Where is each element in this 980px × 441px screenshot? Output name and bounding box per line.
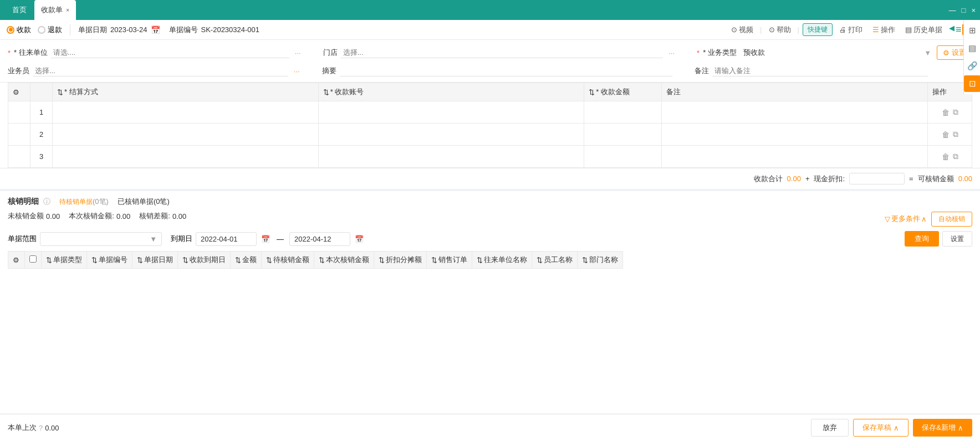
copy-icon[interactable]: ⧉ — [953, 107, 958, 117]
shop-input[interactable] — [341, 47, 663, 58]
radio-refund[interactable]: 退款 — [38, 25, 62, 35]
remark-cell[interactable] — [662, 101, 928, 124]
tab-active[interactable]: 收款单 × — [34, 0, 76, 20]
counterparty-input[interactable] — [51, 47, 289, 58]
sidebar-table-icon[interactable]: ⊞ — [964, 22, 980, 39]
draft-btn[interactable]: 保存草稿 ∧ — [853, 419, 908, 437]
table-gear-icon[interactable]: ⚙ — [8, 83, 30, 101]
sidebar-clip-icon[interactable]: 🔗 — [964, 58, 980, 74]
sidebar-image-icon[interactable]: ▤ — [964, 40, 980, 57]
settle-method-cell[interactable] — [53, 124, 319, 146]
amount-input[interactable] — [584, 101, 661, 123]
amount-input[interactable] — [584, 146, 661, 167]
pending-tab[interactable]: 待核销单据(0笔) — [59, 197, 109, 207]
sidebar-screen-icon[interactable]: ⊡ — [964, 75, 980, 92]
radio-receive[interactable]: 收款 — [7, 25, 31, 35]
settings-btn[interactable]: 设置 — [942, 231, 972, 247]
form-area: * * 往来单位 ··· 门店 ··· * * 业务类型 预收款 — [0, 40, 980, 83]
remark-input[interactable] — [662, 146, 927, 167]
counterparty-more-icon[interactable]: ··· — [295, 49, 301, 57]
draft-label: 保存草稿 — [862, 423, 891, 433]
account-input[interactable] — [319, 124, 584, 145]
account-cell[interactable] — [318, 146, 584, 168]
staff-input[interactable] — [33, 65, 288, 76]
copy-icon[interactable]: ⧉ — [953, 152, 958, 161]
settle-method-input[interactable] — [53, 101, 318, 123]
remark-input[interactable] — [662, 124, 927, 145]
biz-type-dropdown-icon[interactable]: ▼ — [924, 49, 931, 57]
remark-input[interactable] — [712, 65, 928, 76]
done-tab[interactable]: 已核销单据(0笔) — [118, 197, 170, 207]
save-new-btn[interactable]: 保存&新增 ∧ — [913, 419, 972, 437]
duedate-end-input[interactable] — [289, 232, 350, 246]
calendar-icon[interactable]: 📅 — [151, 25, 160, 34]
shop-more-icon[interactable]: ··· — [668, 49, 675, 57]
settle-method-input[interactable] — [53, 124, 318, 145]
th-bottom-0: ⇅单据类型 — [42, 252, 87, 269]
remark-cell[interactable] — [662, 146, 928, 168]
ques-icon[interactable]: ? — [39, 424, 43, 432]
duedate-start-input[interactable] — [196, 232, 257, 246]
tab-active-label: 收款单 — [41, 5, 63, 15]
date-separator: — — [277, 235, 284, 243]
prev-value: 0.00 — [45, 424, 59, 432]
current-value: 0.00 — [116, 212, 130, 221]
amount-cell[interactable] — [584, 101, 662, 124]
settle-method-input[interactable] — [53, 146, 318, 167]
copy-icon[interactable]: ⧉ — [953, 130, 958, 139]
window-min-icon[interactable]: — — [949, 6, 956, 14]
tab-close-icon[interactable]: × — [66, 7, 69, 13]
nav-prev-icon[interactable]: ◀ — [949, 24, 955, 35]
th-bottom-7: ⇅折扣分摊额 — [374, 252, 427, 269]
save-new-dropdown-icon[interactable]: ∧ — [958, 424, 963, 432]
gear-icon: ⚙ — [943, 49, 950, 57]
remark-cell[interactable] — [662, 124, 928, 146]
delete-icon[interactable]: 🗑 — [942, 130, 950, 139]
more-conditions-btn[interactable]: ▽ 更多条件 ∧ — [885, 214, 927, 224]
reconcile-info-icon[interactable]: ⓘ — [43, 197, 50, 207]
save-new-label: 保存&新增 — [922, 423, 956, 433]
bottom-table-wrap: ⚙⇅单据类型⇅单据编号⇅单据日期⇅收款到期日⇅金额⇅待核销金额⇅本次核销金额⇅折… — [8, 251, 972, 302]
account-cell[interactable] — [318, 124, 584, 146]
range-select[interactable]: ▼ — [40, 232, 162, 246]
window-close-icon[interactable]: × — [971, 6, 976, 14]
amount-cell[interactable] — [584, 146, 662, 168]
gear-icon[interactable]: ⚙ — [13, 256, 19, 264]
delete-icon[interactable]: 🗑 — [942, 108, 950, 117]
delete-icon[interactable]: 🗑 — [942, 152, 950, 161]
settle-method-cell[interactable] — [53, 146, 319, 168]
th-select-all[interactable] — [25, 252, 42, 269]
calendar-end-icon[interactable]: 📅 — [355, 235, 364, 243]
account-input[interactable] — [319, 101, 584, 123]
amount-input[interactable] — [584, 124, 661, 145]
help-label: 帮助 — [777, 25, 791, 35]
print-btn[interactable]: 🖨 打印 — [836, 24, 866, 36]
shortcut-btn[interactable]: 快捷键 — [803, 23, 833, 36]
settle-method-cell[interactable] — [53, 101, 319, 124]
nav-next-icon[interactable]: ≡ — [956, 24, 962, 35]
current-label: 本次核销金额: — [69, 211, 114, 221]
history-btn[interactable]: ▤ 历史单据 — [902, 24, 946, 36]
discount-input[interactable] — [849, 173, 905, 184]
account-input[interactable] — [319, 146, 584, 167]
query-btn[interactable]: 查询 — [905, 231, 939, 247]
tab-home[interactable]: 首页 — [4, 0, 34, 20]
select-all-checkbox[interactable] — [29, 255, 37, 263]
account-cell[interactable] — [318, 101, 584, 124]
abandon-btn[interactable]: 放弃 — [811, 419, 849, 437]
staff-more-icon[interactable]: ··· — [294, 67, 300, 75]
summary-input[interactable] — [340, 65, 672, 76]
form-row-2: 业务员 ··· 摘要 备注 — [8, 65, 972, 76]
video-btn[interactable]: ⊙ 视频 — [728, 24, 757, 36]
row-num-cell: 3 — [30, 146, 53, 168]
calendar-start-icon[interactable]: 📅 — [261, 235, 270, 243]
auto-btn[interactable]: 自动核销 — [931, 212, 972, 227]
operate-btn[interactable]: ☰ 操作 — [869, 24, 899, 36]
shop-label: 门店 — [323, 48, 338, 58]
window-max-icon[interactable]: □ — [962, 6, 966, 14]
remark-input[interactable] — [662, 101, 927, 123]
help-btn[interactable]: ⊙ 帮助 — [765, 24, 794, 36]
draft-dropdown-icon[interactable]: ∧ — [894, 424, 899, 432]
th-bottom-6: ⇅本次核销金额 — [314, 252, 374, 269]
amount-cell[interactable] — [584, 124, 662, 146]
